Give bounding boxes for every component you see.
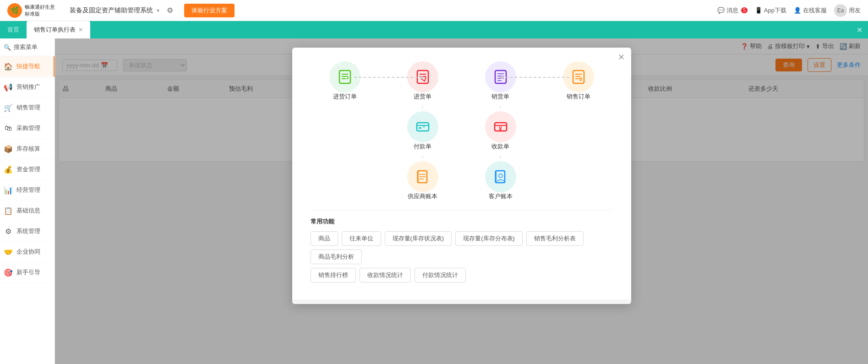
down-arrow-purchase: ↓ — [388, 101, 457, 111]
workflow-node-customer-ledger: 客户账本 — [466, 161, 535, 201]
scroll-left-icon[interactable]: ◀ — [301, 303, 305, 304]
tab-sales-order[interactable]: 销售订单执行表 ✕ — [27, 21, 90, 38]
payment-circle[interactable]: ¥ — [407, 111, 438, 142]
receipt-label: 收款单 — [491, 142, 509, 151]
home-icon: 🏠 — [4, 62, 13, 71]
func-btn-product-profit[interactable]: 商品毛利分析 — [311, 250, 362, 264]
func-btn-stock-dist[interactable]: 现存量(库存分布表) — [455, 231, 523, 246]
customer-ledger-circle[interactable] — [485, 161, 516, 192]
user-name: 用友 — [849, 6, 861, 15]
sidebar-item-basic-info[interactable]: 📋 基础信息 — [0, 201, 55, 221]
scrollbar-thumb[interactable] — [309, 304, 553, 304]
spacer-row-5 — [311, 151, 379, 161]
sidebar-item-sales[interactable]: 🛒 销售管理 — [0, 98, 55, 118]
app-download-button[interactable]: 📱 App下载 — [755, 6, 786, 15]
top-header: 🌿 畅康通好生意 标准版 装备及固定资产辅助管理系统 ▾ ⚙ 体验行业方案 💬 … — [0, 0, 868, 21]
purchase-order-label: 进货订单 — [333, 92, 357, 101]
sidebar-item-system[interactable]: ⚙ 系统管理 — [0, 221, 55, 242]
chevron-down-icon[interactable]: ▾ — [157, 7, 159, 14]
down-arrow-receipt: ↓ — [466, 151, 535, 161]
inventory-icon: 📦 — [4, 144, 13, 153]
system-name: 装备及固定资产辅助管理系统 ▾ ⚙ 体验行业方案 — [70, 4, 717, 17]
collab-icon: 🤝 — [4, 247, 13, 256]
message-badge: 5 — [741, 7, 748, 13]
sales-icon: 🛒 — [4, 103, 13, 112]
system-icon: ⚙ — [4, 227, 13, 236]
sidebar-item-collab[interactable]: 🤝 企业协同 — [0, 242, 55, 262]
workflow-node-purchase-order: 进货订单 — [311, 61, 379, 101]
content-area: ❓ 帮助 🖨 按模板打印 ▾ ⬆ 导出 🔄 刷新 yyyy-mm-dd 📅 — [55, 38, 868, 364]
svg-rect-16 — [579, 77, 582, 81]
modal-scrollbar: ◀ ▶ — [292, 300, 631, 304]
basic-info-icon: 📋 — [4, 206, 13, 215]
logo-icon: 🌿 — [7, 3, 22, 18]
scrollbar-track[interactable] — [309, 304, 615, 304]
tab-home[interactable]: 首页 — [0, 21, 27, 38]
func-btn-sales-profit[interactable]: 销售毛利分析表 — [526, 231, 584, 246]
modal-overlay: ✕ 进货订单 — [55, 38, 868, 364]
sidebar-item-home[interactable]: 🏠 快捷导航 — [0, 56, 55, 77]
search-menu-item[interactable]: 🔍 搜索菜单 — [0, 38, 55, 56]
modal-close-button[interactable]: ✕ — [618, 52, 625, 62]
trial-button[interactable]: 体验行业方案 — [184, 4, 235, 17]
supplier-ledger-circle[interactable] — [407, 161, 438, 192]
tab-close-icon[interactable]: ✕ — [78, 27, 83, 33]
func-btn-product[interactable]: 商品 — [311, 231, 338, 246]
sidebar-item-inventory[interactable]: 📦 库存核算 — [0, 139, 55, 159]
scroll-right-icon[interactable]: ▶ — [618, 303, 622, 304]
spacer-row-4 — [544, 111, 613, 151]
online-service-button[interactable]: 👤 在线客服 — [794, 6, 827, 15]
logo-text: 畅康通好生意 标准版 — [25, 4, 55, 17]
workflow-node-receipt: ¥ 收款单 — [466, 111, 535, 151]
tab-bar: 首页 销售订单执行表 ✕ ✕ — [0, 21, 868, 38]
sidebar-item-operations[interactable]: 📊 经营管理 — [0, 180, 55, 201]
func-btn-sales-rank[interactable]: 销售排行榜 — [311, 268, 356, 283]
svg-text:¥: ¥ — [422, 124, 426, 129]
common-functions: 常用功能 商品 往来单位 现存量(库存状况表) 现存量(库存分布表) 销售毛利分… — [311, 210, 613, 283]
down-arrow-payment: ↓ — [388, 151, 457, 161]
workflow-node-payment: ¥ 付款单 — [388, 111, 457, 151]
svg-rect-30 — [495, 171, 497, 183]
modal-body: 进货订单 ▶ — [292, 48, 631, 300]
settings-icon[interactable]: ⚙ — [167, 6, 173, 15]
down-arrow-sales: ↓ — [466, 101, 535, 111]
avatar: Ea — [834, 4, 847, 17]
sidebar: 🔍 搜索菜单 🏠 快捷导航 📢 营销推广 🛒 销售管理 🛍 采购管理 📦 库存核… — [0, 38, 55, 364]
app-icon: 📱 — [755, 7, 762, 14]
sidebar-item-marketing[interactable]: 📢 营销推广 — [0, 77, 55, 98]
sidebar-item-purchase[interactable]: 🛍 采购管理 — [0, 118, 55, 139]
common-functions-title: 常用功能 — [311, 217, 613, 226]
search-icon: 🔍 — [4, 44, 11, 51]
marketing-icon: 📢 — [4, 82, 13, 92]
spacer-row-2 — [544, 101, 613, 111]
svg-rect-25 — [417, 171, 419, 183]
sales-order-label: 销售订单 — [567, 92, 590, 101]
workflow-node-supplier-ledger: 供应商账本 — [388, 161, 457, 201]
func-btn-receipt-stats[interactable]: 收款情况统计 — [360, 268, 411, 283]
spacer-row-1 — [311, 101, 379, 111]
customer-ledger-label: 客户账本 — [489, 192, 513, 201]
workflow-diagram: 进货订单 ▶ — [311, 61, 613, 201]
func-buttons-row2: 销售排行榜 收款情况统计 付款情况统计 — [311, 268, 613, 283]
spacer-row-6 — [544, 151, 613, 161]
supplier-ledger-label: 供应商账本 — [408, 192, 437, 201]
purchase-icon: 🛍 — [4, 124, 13, 133]
message-button[interactable]: 💬 消息 5 — [717, 6, 748, 15]
close-all-tabs-icon[interactable]: ✕ — [857, 26, 863, 34]
func-btn-payment-stats[interactable]: 付款情况统计 — [415, 268, 466, 283]
svg-point-31 — [499, 174, 502, 178]
sidebar-item-guide[interactable]: 🎯 新手引导 — [0, 262, 55, 283]
finance-icon: 💰 — [4, 165, 13, 174]
main-layout: 🔍 搜索菜单 🏠 快捷导航 📢 营销推广 🛒 销售管理 🛍 采购管理 📦 库存核… — [0, 38, 868, 364]
workflow-node-sales-order: 销售订单 — [544, 61, 613, 101]
func-btn-partner[interactable]: 往来单位 — [342, 231, 381, 246]
receipt-circle[interactable]: ¥ — [485, 111, 516, 142]
user-area[interactable]: Ea 用友 — [834, 4, 861, 17]
message-icon: 💬 — [717, 7, 725, 14]
func-btn-stock-status[interactable]: 现存量(库存状况表) — [385, 231, 452, 246]
sales-bill-label: 销货单 — [491, 92, 509, 101]
spacer-row-3 — [311, 111, 379, 151]
sidebar-item-finance[interactable]: 💰 资金管理 — [0, 159, 55, 180]
svg-rect-19 — [419, 127, 421, 129]
logo-area: 🌿 畅康通好生意 标准版 — [7, 3, 62, 18]
